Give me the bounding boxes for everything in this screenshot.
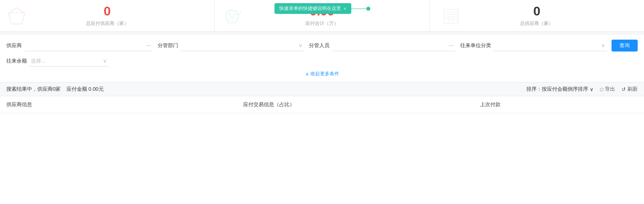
total-suppliers-label: 总供应商（家）: [520, 20, 553, 27]
balance-placeholder: 选择...: [31, 57, 46, 65]
person-input[interactable]: [333, 42, 447, 48]
results-amount: 应付金额 0.00元: [67, 86, 104, 92]
results-actions: 排序：按应付会额倒序排序 ∨ □ 导出 ↺ 刷新: [526, 86, 638, 93]
refresh-button[interactable]: ↺ 刷新: [621, 86, 638, 93]
svg-rect-12: [446, 16, 448, 19]
summary-bar: 0 总应付供应商（家） 快速录单的快捷键说明在这里 × 0.00 应付合计（万）: [0, 0, 644, 32]
total-suppliers-number: 0: [533, 4, 540, 18]
table-area: 供应商信息 应付交易信息（占比） 上次付款: [0, 96, 644, 204]
tooltip-dot: [366, 7, 370, 11]
svg-rect-14: [453, 16, 456, 19]
refresh-icon: ↺: [621, 86, 626, 92]
building-icon: [442, 6, 461, 25]
department-label: 分管部门: [158, 42, 178, 49]
svg-rect-11: [453, 12, 456, 14]
person-dots[interactable]: ···: [449, 42, 454, 49]
unit-category-filter: 往来单位分类 ∨: [460, 40, 607, 51]
refresh-label: 刷新: [627, 86, 638, 93]
pig-icon: [223, 6, 242, 25]
balance-chevron-icon: ∨: [103, 58, 107, 64]
summary-item-payable-total: 快速录单的快捷键说明在这里 × 0.00 应付合计（万）: [215, 0, 429, 31]
department-select[interactable]: ∨: [181, 40, 304, 51]
filter-row-2: 往来余额 选择... ∨: [6, 55, 638, 67]
svg-rect-9: [446, 12, 448, 14]
unit-category-chevron-icon: ∨: [601, 42, 605, 48]
unit-category-select[interactable]: ∨: [493, 40, 607, 51]
person-label: 分管人员: [309, 42, 330, 49]
export-button[interactable]: □ 导出: [600, 86, 615, 93]
summary-item-total-suppliers: 0 总供应商（家）: [430, 0, 644, 31]
sort-button[interactable]: 排序：按应付会额倒序排序 ∨: [526, 86, 594, 93]
summary-item-total-payable-suppliers: 0 总应付供应商（家）: [0, 0, 215, 31]
department-chevron-icon: ∨: [299, 42, 303, 48]
collapse-button[interactable]: ∧ 收起更多条件: [305, 71, 339, 77]
export-icon: □: [600, 86, 603, 92]
supplier-input-wrap[interactable]: ···: [25, 40, 153, 51]
unit-category-label: 往来单位分类: [460, 42, 491, 49]
col-transaction-info-header: 应付交易信息（占比）: [243, 101, 480, 108]
col-last-payment-header: 上次付款: [480, 101, 638, 108]
results-bar: 搜索结果中，供应商0家 应付金额 0.00元 排序：按应付会额倒序排序 ∨ □ …: [0, 82, 644, 96]
total-payable-number: 0: [104, 4, 111, 18]
svg-rect-10: [450, 12, 452, 14]
svg-point-4: [234, 13, 236, 15]
supplier-label: 供应商: [6, 42, 22, 49]
collapse-up-icon: ∧: [305, 71, 309, 77]
tooltip-text: 快速录单的快捷键说明在这里: [279, 5, 341, 12]
svg-point-5: [231, 16, 234, 19]
person-input-wrap[interactable]: ···: [332, 40, 455, 51]
diamond-icon: [8, 7, 25, 25]
svg-point-3: [229, 13, 231, 15]
tooltip-close-button[interactable]: ×: [343, 6, 347, 11]
table-body: [0, 113, 644, 204]
balance-select[interactable]: 选择... ∨: [29, 55, 109, 67]
results-text: 搜索结果中，供应商0家: [6, 86, 61, 92]
total-payable-label: 总应付供应商（家）: [86, 20, 129, 27]
query-button[interactable]: 查询: [612, 40, 638, 51]
sort-arrow-icon: ∨: [590, 86, 594, 92]
svg-rect-13: [450, 16, 452, 19]
supplier-input[interactable]: [26, 42, 145, 48]
col-supplier-info-header: 供应商信息: [6, 101, 243, 108]
tooltip-bubble: 快速录单的快捷键说明在这里 ×: [274, 3, 351, 14]
supplier-dots[interactable]: ···: [146, 42, 151, 49]
balance-filter: 往来余额 选择... ∨: [6, 55, 638, 67]
svg-marker-0: [8, 8, 25, 24]
person-filter: 分管人员 ···: [309, 40, 455, 51]
balance-label: 往来余额: [6, 57, 27, 65]
filter-area: 供应商 ··· 分管部门 ∨ 分管人员 ··· 往来单位分类: [0, 35, 644, 82]
results-summary: 搜索结果中，供应商0家 应付金额 0.00元: [6, 86, 104, 93]
collapse-row: ∧ 收起更多条件: [6, 71, 638, 77]
collapse-label: 收起更多条件: [311, 71, 339, 77]
payable-total-label: 应付合计（万）: [305, 20, 339, 27]
table-header: 供应商信息 应付交易信息（占比） 上次付款: [0, 96, 644, 113]
department-filter: 分管部门 ∨: [158, 40, 304, 51]
export-label: 导出: [605, 86, 615, 93]
svg-line-6: [229, 22, 229, 25]
svg-line-7: [235, 22, 236, 25]
svg-marker-1: [8, 8, 25, 13]
supplier-filter: 供应商 ···: [6, 40, 153, 51]
sort-label: 排序：按应付会额倒序排序: [526, 86, 588, 93]
filter-row-1: 供应商 ··· 分管部门 ∨ 分管人员 ··· 往来单位分类: [6, 40, 638, 51]
